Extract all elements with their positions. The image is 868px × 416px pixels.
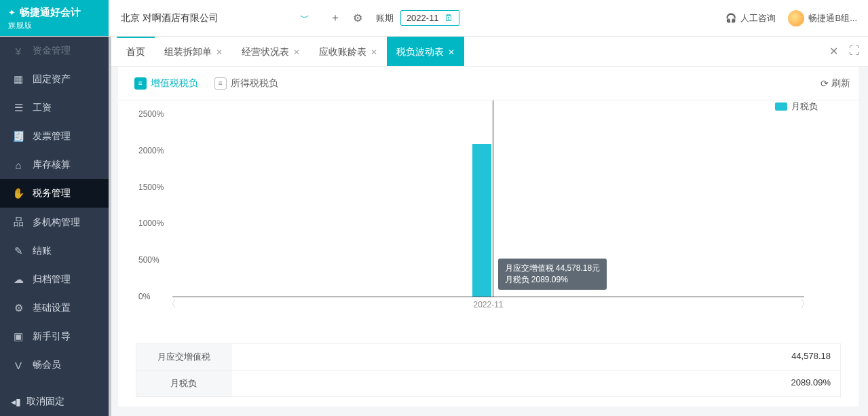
headset-icon: 🎧: [725, 13, 736, 23]
chart-legend: 月税负: [775, 100, 818, 113]
subtab-label: 所得税税负: [231, 77, 278, 90]
chevron-down-icon: ﹀: [300, 12, 309, 24]
sidebar-item-2[interactable]: ☰工资: [0, 94, 109, 122]
tab-label: 首页: [126, 46, 145, 58]
brand-edition: 旗舰版: [8, 20, 109, 31]
close-all-icon[interactable]: ✕: [829, 45, 838, 58]
sidebar-item-label: 畅会员: [33, 359, 61, 371]
summary-table: 月应交增值税44,578.18月税负2089.09%: [136, 343, 841, 397]
sidebar-item-label: 税务管理: [33, 187, 71, 200]
sidebar-icon: ✎: [12, 245, 24, 257]
sidebar-item-4[interactable]: ⌂库存核算: [0, 151, 109, 179]
tab-1[interactable]: 组装拆卸单✕: [155, 37, 232, 66]
close-icon[interactable]: ✕: [448, 48, 455, 57]
support-link[interactable]: 🎧 人工咨询: [725, 12, 776, 24]
document-tabs: 首页组装拆卸单✕经营状况表✕应收账龄表✕税负波动表✕ ✕ ⛶: [109, 37, 868, 67]
subtab-badge-icon: ≡: [214, 77, 227, 90]
legend-label: 月税负: [791, 100, 818, 113]
tab-label: 税负波动表: [396, 46, 444, 58]
y-tick: 2500%: [138, 109, 164, 119]
company-selector[interactable]: 北京 对啊酒店有限公司 ﹀: [121, 12, 309, 24]
subtab-1[interactable]: ≡所得税税负: [206, 72, 286, 95]
chart-next-icon[interactable]: 〉: [800, 297, 811, 311]
sidebar-item-0[interactable]: ¥资金管理: [0, 37, 109, 65]
support-label: 人工咨询: [740, 12, 776, 24]
sidebar-item-10[interactable]: ▣新手引导: [0, 322, 109, 351]
x-axis-label: 2022-11: [172, 300, 804, 309]
gear-icon[interactable]: ⚙: [353, 12, 362, 24]
refresh-label: 刷新: [831, 77, 850, 90]
legend-swatch: [775, 102, 787, 111]
subtab-label: 增值税税负: [151, 77, 198, 90]
sidebar-item-1[interactable]: ▦固定资产: [0, 65, 109, 94]
user-name[interactable]: 畅捷通B组...: [808, 12, 857, 24]
sidebar-icon: ▣: [12, 330, 24, 343]
app-header: ✦ 畅捷通好会计 旗舰版 北京 对啊酒店有限公司 ﹀ ＋ ⚙ 账期 2022-1…: [0, 0, 868, 37]
sidebar-item-label: 发票管理: [33, 130, 71, 143]
report-panel: ≡增值税税负≡所得税税负 ⟳ 刷新 月税负 0%500%1000%1500%20…: [118, 67, 858, 406]
chart-plot: 0%500%1000%1500%2000%2500%月应交增值税 44,578.…: [172, 114, 804, 297]
sidebar-icon: ¥: [12, 45, 24, 57]
sidebar-icon: ☁: [12, 273, 24, 286]
sidebar-icon: ⚙: [12, 302, 24, 314]
chart-prev-icon[interactable]: 〈: [166, 297, 176, 311]
sidebar-icon: ✋: [12, 187, 24, 200]
refresh-button[interactable]: ⟳ 刷新: [820, 77, 850, 90]
sidebar-item-label: 基础设置: [33, 302, 71, 314]
period-value: 2022-11: [407, 13, 439, 23]
sidebar-item-11[interactable]: V畅会员: [0, 351, 109, 379]
collapse-icon: ◂▮: [11, 396, 21, 407]
tab-label: 应收账龄表: [319, 46, 366, 58]
tab-label: 组装拆卸单: [164, 46, 212, 58]
sidebar-item-label: 结账: [33, 245, 52, 257]
refresh-icon: ⟳: [820, 78, 829, 89]
sidebar-item-label: 工资: [33, 102, 52, 114]
calendar-icon: 🗓: [445, 13, 453, 23]
table-row: 月税负2089.09%: [136, 371, 841, 397]
table-row: 月应交增值税44,578.18: [136, 343, 841, 371]
period-picker[interactable]: 2022-11 🗓: [400, 10, 459, 26]
sidebar-item-7[interactable]: ✎结账: [0, 237, 109, 265]
sidebar-item-9[interactable]: ⚙基础设置: [0, 294, 109, 322]
chart-bar[interactable]: [472, 144, 491, 297]
sidebar-item-label: 归档管理: [33, 273, 71, 286]
sidebar-item-label: 资金管理: [33, 45, 71, 57]
brand-name: 畅捷通好会计: [20, 6, 81, 19]
sub-tabs: ≡增值税税负≡所得税税负 ⟳ 刷新: [118, 67, 858, 100]
sidebar-icon: 🧾: [12, 130, 24, 143]
row-value: 2089.09%: [231, 371, 840, 396]
main-area: 首页组装拆卸单✕经营状况表✕应收账龄表✕税负波动表✕ ✕ ⛶ ≡增值税税负≡所得…: [109, 37, 868, 416]
sidebar-item-label: 固定资产: [33, 73, 71, 86]
y-tick: 2000%: [138, 146, 164, 155]
scrollbar-fragment[interactable]: [109, 37, 111, 416]
add-icon[interactable]: ＋: [330, 11, 341, 25]
sidebar-icon: ▦: [12, 73, 24, 86]
sidebar-item-8[interactable]: ☁归档管理: [0, 265, 109, 294]
close-icon[interactable]: ✕: [293, 48, 300, 57]
row-label: 月应交增值税: [136, 344, 231, 370]
sidebar-icon: 品: [12, 216, 24, 229]
avatar[interactable]: [788, 10, 804, 26]
sidebar: ¥资金管理▦固定资产☰工资🧾发票管理⌂库存核算✋税务管理品多机构管理✎结账☁归档…: [0, 37, 109, 416]
tab-3[interactable]: 应收账龄表✕: [309, 37, 387, 66]
company-name: 北京 对啊酒店有限公司: [121, 12, 219, 24]
sidebar-icon: V: [12, 360, 24, 371]
subtab-0[interactable]: ≡增值税税负: [126, 72, 206, 95]
sidebar-item-label: 多机构管理: [33, 216, 80, 229]
sidebar-icon: ☰: [12, 102, 24, 114]
tab-label: 经营状况表: [242, 46, 289, 58]
close-icon[interactable]: ✕: [371, 48, 377, 57]
brand-block: ✦ 畅捷通好会计 旗舰版: [0, 0, 109, 36]
tab-0[interactable]: 首页: [117, 37, 155, 66]
fullscreen-icon[interactable]: ⛶: [849, 45, 860, 58]
x-axis: 〈 2022-11 〉: [172, 300, 804, 309]
sidebar-item-5[interactable]: ✋税务管理: [0, 179, 109, 208]
sidebar-item-3[interactable]: 🧾发票管理: [0, 122, 109, 151]
sidebar-item-6[interactable]: 品多机构管理: [0, 208, 109, 237]
tab-4[interactable]: 税负波动表✕: [387, 37, 464, 66]
close-icon[interactable]: ✕: [216, 48, 223, 57]
tab-2[interactable]: 经营状况表✕: [232, 37, 309, 66]
sidebar-unpin[interactable]: ◂▮取消固定: [0, 387, 109, 416]
y-tick: 1500%: [138, 183, 164, 192]
chart-area: 月税负 0%500%1000%1500%2000%2500%月应交增值税 44,…: [118, 100, 858, 316]
